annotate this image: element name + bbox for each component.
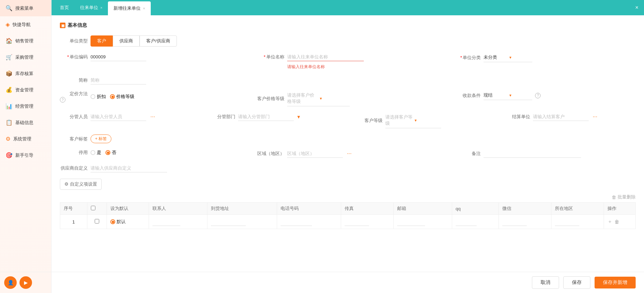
payment-terms-label: 收款条件 [453, 92, 481, 99]
row-contact [149, 215, 207, 229]
customer-level-select[interactable]: 请选择客户等级 ▼ [385, 113, 441, 128]
tab-contacts[interactable]: 往来单位 × [74, 0, 108, 15]
unit-category-field: *单位分类 未分类 ▼ [453, 53, 636, 62]
tabbar: 首页 往来单位 × 新增往来单位 × × [52, 0, 644, 15]
customer-price-level-label: 客户价格等级 [257, 96, 284, 102]
radio-discount-label: 折扣 [97, 93, 106, 100]
sidebar-expand-btn[interactable]: ▶ [19, 276, 32, 289]
col-qq: qq [452, 203, 498, 215]
inventory-icon: 📦 [6, 70, 13, 77]
sidebar-item-search[interactable]: 🔍 搜索菜单 [0, 0, 51, 16]
unit-name-field: *单位名称 请输入往来单位名称 [257, 53, 439, 70]
sidebar-item-label: 搜索菜单 [15, 5, 33, 11]
row-qq-input[interactable] [456, 218, 477, 226]
tab-new-contact[interactable]: 新增往来单位 × [108, 1, 150, 15]
supplier-custom-row: 供应商自定义 [60, 164, 636, 172]
row-wechat-input[interactable] [502, 218, 527, 226]
tab-home[interactable]: 首页 [54, 0, 74, 15]
quick-nav-icon: ◈ [6, 21, 10, 28]
btn-both[interactable]: 客户/供应商 [140, 35, 177, 47]
settlement-unit-more-btn[interactable]: ··· [591, 114, 599, 120]
customer-tag-field: 客户标签 + 标签 [60, 135, 636, 143]
sidebar-item-sales[interactable]: 🏠 销售管理 [0, 33, 51, 49]
row-checkbox[interactable] [95, 219, 99, 223]
payment-terms-help-icon[interactable]: ? [535, 93, 541, 98]
row-address-input[interactable] [211, 218, 246, 226]
radio-yes[interactable]: 是 [91, 149, 101, 156]
sidebar-item-guide[interactable]: 🎯 新手引导 [0, 147, 51, 163]
tabbar-close-btn[interactable]: × [633, 5, 641, 11]
settlement-unit-input[interactable] [533, 113, 589, 121]
unit-category-select[interactable]: 未分类 ▼ [484, 53, 532, 62]
sidebar-item-operations[interactable]: 📊 经营管理 [0, 98, 51, 114]
remark-input[interactable] [484, 149, 581, 158]
manager-input[interactable] [91, 113, 146, 121]
pricing-help-icon[interactable]: ? [60, 97, 65, 103]
payment-terms-value: 现结 [484, 92, 507, 98]
radio-no-dot [107, 152, 109, 154]
manager-row: 分管人员 ··· 分管部门 ▼ 客户等级 请选择客户等级 ▼ 结算单位 ··· [60, 113, 636, 128]
supplier-custom-input[interactable] [91, 164, 167, 172]
customer-price-level-select[interactable]: 请选择客户价格等级 ▼ [287, 91, 350, 106]
unit-code-required: * [67, 54, 69, 59]
unit-code-input[interactable] [91, 53, 146, 61]
sidebar-item-inventory[interactable]: 📦 库存核算 [0, 65, 51, 82]
department-input[interactable] [238, 113, 294, 121]
row-email-input[interactable] [397, 218, 425, 226]
short-name-input[interactable] [91, 76, 146, 84]
sidebar-item-quick-nav[interactable]: ◈ 快捷导航 [0, 16, 51, 33]
row-delete-btn[interactable]: 🗑 [614, 219, 619, 225]
row-default-label: 默认 [117, 219, 126, 225]
pricing-row: 定价方法 ? 折扣 价格等级 客户价格 [60, 91, 636, 106]
save-new-button[interactable]: 保存并新增 [595, 277, 636, 288]
short-name-row: 简称 [60, 76, 636, 84]
sidebar-item-purchase[interactable]: 🛒 采购管理 [0, 49, 51, 65]
sidebar-item-basic-info[interactable]: 📋 基础信息 [0, 114, 51, 131]
radio-no[interactable]: 否 [105, 149, 116, 156]
supplier-custom-field: 供应商自定义 [60, 164, 636, 172]
col-default: 设为默认 [107, 203, 149, 215]
custom-settings-btn[interactable]: ⚙ 自定义项设置 [60, 179, 102, 190]
region-more-btn[interactable]: ··· [346, 150, 353, 157]
batch-delete-label[interactable]: 批量删除 [618, 194, 636, 200]
row-contact-input[interactable] [152, 218, 180, 226]
tab-contacts-close[interactable]: × [100, 6, 102, 10]
sidebar-item-label: 快捷导航 [13, 22, 31, 28]
payment-terms-select[interactable]: 现结 ▼ [484, 91, 532, 100]
btn-customer[interactable]: 客户 [91, 35, 113, 47]
system-icon: ⚙ [6, 136, 10, 142]
manager-more-btn[interactable]: ··· [149, 114, 156, 120]
radio-yes-label: 是 [97, 149, 101, 156]
unit-category-required: * [460, 55, 462, 60]
radio-price-level[interactable]: 价格等级 [110, 93, 134, 100]
remark-label: 备注 [453, 150, 481, 157]
row-default-radio-dot [112, 221, 114, 223]
region-input[interactable] [287, 149, 343, 158]
row-default-radio[interactable]: 默认 [110, 219, 145, 225]
section-icon: ▣ [60, 23, 65, 28]
cancel-button[interactable]: 取消 [532, 276, 559, 289]
add-tag-btn[interactable]: + 标签 [91, 135, 111, 143]
select-all-checkbox[interactable] [91, 206, 95, 210]
contacts-table: 序号 设为默认 联系人 到货地址 电话号码 传真 邮箱 qq 微信 所在地区 操… [60, 202, 636, 229]
col-address: 到货地址 [207, 203, 277, 215]
section-title-text: 基本信息 [68, 22, 87, 29]
row-phone-input[interactable] [281, 218, 312, 226]
sidebar-item-label: 库存核算 [15, 71, 33, 77]
tab-new-contact-close[interactable]: × [143, 6, 145, 10]
sidebar-item-finance[interactable]: 💰 资金管理 [0, 82, 51, 98]
unit-name-input[interactable] [287, 53, 364, 61]
row-seq: 1 [60, 215, 87, 229]
unit-name-required: * [264, 54, 266, 59]
btn-supplier[interactable]: 供应商 [113, 35, 140, 47]
row-fax-input[interactable] [345, 218, 369, 226]
manager-label: 分管人员 [60, 114, 88, 120]
save-button[interactable]: 保存 [563, 276, 590, 289]
row-area-input[interactable] [555, 218, 579, 226]
row-add-btn[interactable]: ＋ [607, 219, 612, 225]
radio-discount[interactable]: 折扣 [91, 93, 106, 100]
sidebar-avatar[interactable]: 👤 [4, 276, 17, 289]
row-address [207, 215, 277, 229]
sidebar-item-system[interactable]: ⚙ 系统管理 [0, 131, 51, 147]
row-fax [341, 215, 394, 229]
